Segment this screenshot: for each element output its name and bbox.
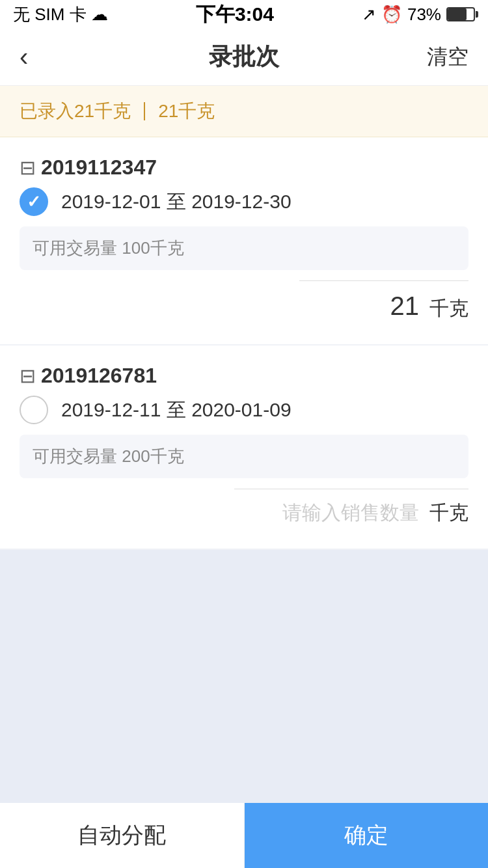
bottom-bar: 自动分配 确定 xyxy=(0,803,488,868)
batch2-input-unit: 千克 xyxy=(429,500,468,526)
back-button[interactable]: ‹ xyxy=(20,42,72,72)
confirm-button[interactable]: 确定 xyxy=(245,803,489,868)
status-time: 下午3:04 xyxy=(196,1,274,28)
batch2-date-row: 2019-12-11 至 2020-01-09 xyxy=(20,396,468,424)
alarm-icon: ⏰ xyxy=(381,5,402,25)
auto-distribute-button[interactable]: 自动分配 xyxy=(0,803,245,868)
batch2-icon: ⊟ xyxy=(20,364,36,387)
batch2-radio[interactable] xyxy=(20,396,48,424)
battery-icon xyxy=(446,7,475,21)
batch2-id: 2019126781 xyxy=(41,364,157,388)
batch2-avail: 可用交易量 200千克 xyxy=(20,435,468,478)
batch1-radio[interactable] xyxy=(20,187,48,216)
batch1-id-row: ⊟ 2019112347 xyxy=(20,156,468,180)
batch2-input-placeholder[interactable]: 请输入销售数量 xyxy=(282,500,419,526)
batch1-quantity-unit: 千克 xyxy=(429,295,468,322)
recorded-value: 21千克 xyxy=(158,99,215,124)
batch2-date: 2019-12-11 至 2020-01-09 xyxy=(61,397,291,424)
batch1-date-row: 2019-12-01 至 2019-12-30 xyxy=(20,187,468,216)
batch1-quantity-row: 21 千克 xyxy=(20,285,468,326)
batch2-input-divider xyxy=(234,489,468,489)
page-title: 录批次 xyxy=(209,41,279,73)
no-sim-text: 无 SIM 卡 ☁ xyxy=(13,3,108,26)
status-right: ↗ ⏰ 73% xyxy=(362,5,475,25)
batch1-quantity-divider xyxy=(299,280,468,281)
info-banner: 已录入21千克 21千克 xyxy=(0,86,488,137)
status-bar: 无 SIM 卡 ☁ 下午3:04 ↗ ⏰ 73% xyxy=(0,0,488,29)
nav-bar: ‹ 录批次 清空 xyxy=(0,29,488,86)
batch1-card: ⊟ 2019112347 2019-12-01 至 2019-12-30 可用交… xyxy=(0,137,488,344)
battery-percent: 73% xyxy=(407,5,441,25)
status-left: 无 SIM 卡 ☁ xyxy=(13,3,108,26)
batch1-quantity-value: 21 xyxy=(390,292,420,321)
clear-button[interactable]: 清空 xyxy=(416,43,468,72)
batch2-card: ⊟ 2019126781 2019-12-11 至 2020-01-09 可用交… xyxy=(0,346,488,549)
gray-area xyxy=(0,550,488,810)
banner-divider xyxy=(144,102,145,120)
batch1-date: 2019-12-01 至 2019-12-30 xyxy=(61,189,291,215)
batch1-avail: 可用交易量 100千克 xyxy=(20,226,468,270)
recorded-label: 已录入21千克 xyxy=(20,99,131,124)
batch2-id-row: ⊟ 2019126781 xyxy=(20,364,468,388)
location-icon: ↗ xyxy=(362,5,376,25)
batch2-input-row: 请输入销售数量 千克 xyxy=(20,493,468,530)
batch1-id: 2019112347 xyxy=(41,156,157,180)
batch1-icon: ⊟ xyxy=(20,156,36,179)
